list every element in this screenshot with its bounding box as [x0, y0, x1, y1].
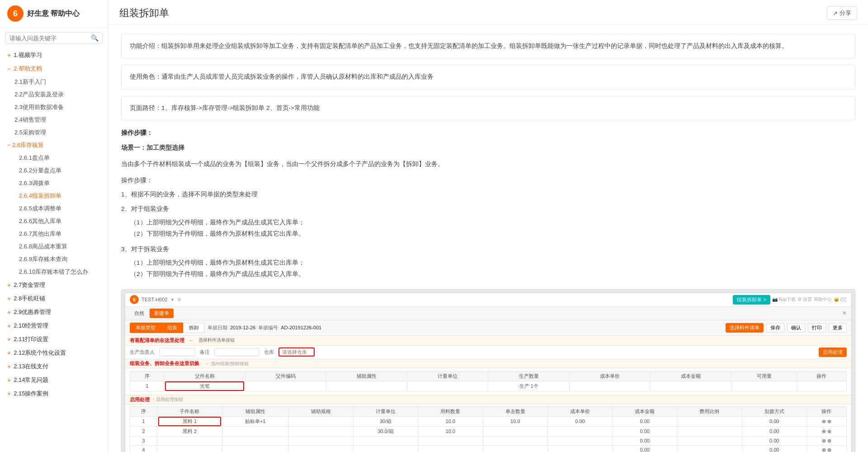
enable-process-btn[interactable]: 启用处理	[819, 347, 847, 357]
sidebar-item-2-1[interactable]: 2.1新手入门	[0, 76, 108, 88]
annotation-row1: 有装配清单的在这里处理 ← 选择料件清单按钮	[125, 336, 851, 346]
type-tab-assemble[interactable]: 组装	[161, 323, 183, 333]
steps-label: 操作步骤：	[121, 175, 855, 186]
inner-remark-input[interactable]	[214, 348, 259, 356]
step2-subs: （1）上部明细为父件明细，最终作为产成品生成其它入库单； （2）下部明细为子件明…	[121, 217, 855, 240]
field-id-label: 单据编号	[258, 324, 278, 331]
plus-icon: +	[7, 390, 11, 397]
sidebar-item-help-docs[interactable]: − 2.帮助文档	[0, 62, 108, 76]
sidebar-item-2-6-5[interactable]: 2.6.5成本调整单	[0, 202, 108, 215]
annotation-row2: 组装业务、拆卸业务在这里切换 ← 指向组装/拆卸按钮	[125, 359, 851, 368]
sidebar-item-2-6-7[interactable]: 2.6.7其他出库单	[0, 228, 108, 240]
inner-new-btn[interactable]: 组装拆卸单 >	[733, 295, 770, 305]
share-button[interactable]: ↗ 分享	[827, 6, 857, 20]
screenshot-inner: 6 TEST-H002 ▼ ⚙ 组装拆卸单 > 📷 App下载 ⚙ 设置 帮助中…	[122, 290, 855, 452]
sidebar-item-2-6-4[interactable]: 2.6.4组装拆卸单	[0, 190, 108, 202]
plus-icon: +	[7, 336, 11, 343]
sidebar-item-2-4[interactable]: 2.4销售管理	[0, 114, 108, 126]
step3-sub2: （2）下部明细为子件明细，最终作为产成品生成其它入库单。	[130, 268, 855, 280]
sidebar-item-2-12[interactable]: + 2.12系统个性化设置	[0, 346, 108, 360]
sidebar-item-2-6-9[interactable]: 2.6.9库存账本查询	[0, 253, 108, 266]
confirm-btn[interactable]: 确认	[787, 323, 805, 333]
inner-warehouse-input[interactable]	[278, 347, 315, 357]
inner-tab-home[interactable]: 自然	[130, 309, 149, 318]
scene1-title: 场景一：加工类型选择	[121, 144, 184, 151]
lower-table-row: 2 黑料 2 30.0/箱 10.0 0.00	[130, 426, 847, 436]
lower-table: 序 子件名称 辅助属性 辅助规格 计量单位 用料数量 单去数量 成本单价 成本金…	[130, 406, 847, 452]
sidebar-item-2-6-10[interactable]: 2.6.10库存账本错了怎么办	[0, 266, 108, 278]
screenshot-container: 6 TEST-H002 ▼ ⚙ 组装拆卸单 > 📷 App下载 ⚙ 设置 帮助中…	[121, 289, 855, 452]
plus-icon: +	[7, 349, 11, 357]
inner-tab-new[interactable]: 新建单	[150, 309, 174, 318]
inner-person-input[interactable]	[159, 348, 195, 356]
sidebar-item-2-2[interactable]: 2.2产品安装及登录	[0, 88, 108, 101]
select-bom-btn[interactable]: 选择料件清单	[726, 323, 764, 333]
search-icon[interactable]: 🔍	[91, 34, 99, 42]
app-name: 好生意 帮助中心	[27, 9, 80, 19]
page-path-block: 页面路径：1、库存核算->库存管理->组装拆卸单 2、首页->常用功能	[121, 96, 855, 120]
sidebar-item-label: 1.视频学习	[14, 51, 42, 59]
inner-toolbar: 单据类型 组装 拆卸 单据日期 2019-12-26 单据编号 AD-20191…	[125, 320, 851, 336]
sidebar-item-2-6-3[interactable]: 2.6.3调拨单	[0, 177, 108, 190]
sidebar-item-2-6[interactable]: − 2.6库存核算	[0, 139, 108, 152]
plus-icon: +	[7, 376, 11, 384]
sidebar-item-2-6-2[interactable]: 2.6.2分量盘点单	[0, 164, 108, 177]
sidebar-item-2-6-8[interactable]: 2.6.8商品成本重算	[0, 240, 108, 253]
share-icon: ↗	[833, 10, 838, 17]
steps-title: 操作步骤：	[121, 127, 855, 139]
lower-table-area: 序 子件名称 辅助属性 辅助规格 计量单位 用料数量 单去数量 成本单价 成本金…	[125, 404, 851, 452]
print-btn[interactable]: 打印	[808, 323, 826, 333]
sidebar-item-2-10[interactable]: + 2.10经营管理	[0, 319, 108, 333]
func-intro-text: 功能介绍：组装拆卸单用来处理企业组装或拆卸等加工业务，支持有固定装配清单的产品加…	[130, 43, 788, 49]
save-btn[interactable]: 保存	[766, 323, 784, 333]
sidebar: 6 好生意 帮助中心 🔍 + 1.视频学习 − 2.帮助文档 2.1新手入门 2…	[0, 0, 108, 452]
plus-icon: +	[7, 52, 11, 59]
sidebar-header: 6 好生意 帮助中心	[0, 0, 108, 28]
type-tabs: 单据类型 组装 拆卸	[130, 323, 205, 333]
step1: 1、根据不同的业务，选择不同单据的类型来处理	[121, 189, 855, 200]
topbar: 组装拆卸单 ↗ 分享	[108, 0, 868, 25]
app-logo: 6	[7, 5, 24, 22]
plus-icon: +	[7, 322, 11, 329]
sidebar-item-2-5[interactable]: 2.5采购管理	[0, 126, 108, 139]
content-area: 功能介绍：组装拆卸单用来处理企业组装或拆卸等加工业务，支持有固定装配清单的产品加…	[108, 25, 868, 452]
inner-close-icon[interactable]: ✕	[842, 310, 847, 316]
type-tab-disassemble[interactable]: 拆卸	[183, 323, 205, 333]
sidebar-item-2-3[interactable]: 2.3使用前数据准备	[0, 101, 108, 114]
step2-sub2: （2）下部明细为子件明细，最终作为原材料生成其它出库单。	[130, 228, 855, 240]
sidebar-item-2-11[interactable]: + 2.11打印设置	[0, 333, 108, 346]
sidebar-item-2-7[interactable]: + 2.7资金管理	[0, 278, 108, 292]
annotation2-text: 组装业务、拆卸业务在这里切换	[130, 361, 199, 366]
page-title: 组装拆卸单	[119, 6, 169, 20]
step3-sub1: （1）上部明细为父件明细，最终作为原材料生成其它出库单；	[130, 257, 855, 269]
inner-app-id: TEST-H002	[142, 297, 167, 302]
inner-app-logo: 6	[130, 295, 139, 304]
sidebar-item-2-15[interactable]: + 2.15操作案例	[0, 387, 108, 400]
inner-app-header: 6 TEST-H002 ▼ ⚙ 组装拆卸单 > 📷 App下载 ⚙ 设置 帮助中…	[125, 293, 851, 307]
step3: 3、对于拆装业务	[121, 243, 855, 255]
lower-table-row: 4 0.00 0.00 ⊕ ⊗	[130, 445, 847, 452]
upper-table: 序 父件名称 父件编码 辅助属性 计量单位 生产数量 成本单价 成本金额 可用量	[130, 371, 847, 391]
search-box[interactable]: 🔍	[5, 32, 103, 44]
more-btn[interactable]: 更多	[829, 323, 847, 333]
type-tab-assembly[interactable]: 单据类型	[130, 323, 161, 333]
inner-field-row: 生产负责人 备注 仓库 启用处理	[125, 346, 851, 359]
sidebar-item-2-9[interactable]: + 2.9优惠券管理	[0, 305, 108, 319]
sidebar-item-videos[interactable]: + 1.视频学习	[0, 48, 108, 62]
field-id-value: AD-20191226-001	[281, 325, 321, 330]
field-date-label: 单据日期	[208, 324, 227, 331]
sidebar-item-2-14[interactable]: + 2.14常见问题	[0, 373, 108, 387]
sidebar-item-2-8[interactable]: + 2.8手机旺铺	[0, 292, 108, 305]
sidebar-item-2-13[interactable]: + 2.13在线支付	[0, 360, 108, 373]
step2: 2、对于组装业务	[121, 203, 855, 215]
annotation3-text: 启用处理	[130, 396, 150, 403]
sidebar-item-2-6-6[interactable]: 2.6.6其他入库单	[0, 215, 108, 228]
plus-icon: +	[7, 295, 11, 302]
minus-icon: −	[7, 65, 11, 72]
page-path-text: 页面路径：1、库存核算->库存管理->组装拆卸单 2、首页->常用功能	[130, 105, 320, 111]
lower-table-row: 1 黑料 1 贴标单+1 30/箱 10.0 10.0	[130, 416, 847, 426]
annotation1-text: 有装配清单的在这里处理	[130, 337, 184, 344]
upper-table-row: 1 光笔 生产 1个	[130, 381, 847, 391]
sidebar-item-2-6-1[interactable]: 2.6.1盘点单	[0, 152, 108, 164]
search-input[interactable]	[9, 35, 91, 42]
